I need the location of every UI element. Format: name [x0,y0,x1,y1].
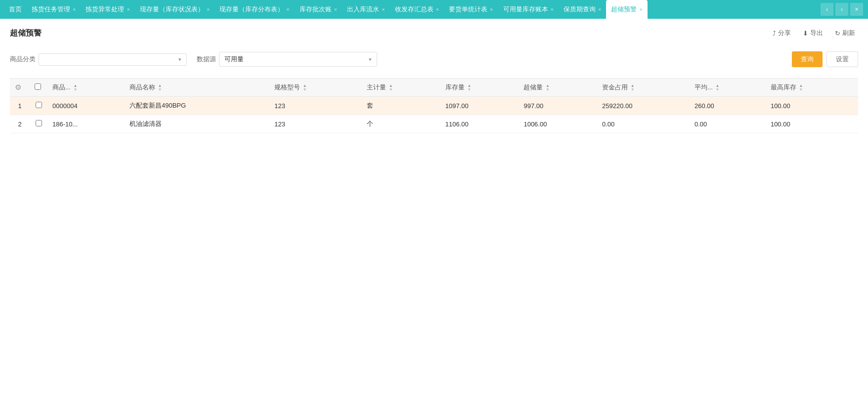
datasource-select[interactable]: 可用量 ▾ [219,52,377,67]
table-row: 1 0000004 六配套新昌490BPG 123 套 1097.00 997.… [10,97,858,115]
table-settings-icon[interactable]: ⚙ [15,83,21,91]
row-checkbox[interactable] [36,102,42,108]
sort-icon-avg: ▲ ▼ [716,84,720,92]
row-unit: 套 [362,97,440,115]
nav-tab-11[interactable]: 超储预警 × [606,0,647,19]
nav-tab-5-label: 库存批次账 [300,5,332,14]
nav-tab-2[interactable]: 拣货异常处理 × [81,0,134,19]
nav-tab-5-close[interactable]: × [334,6,337,12]
query-button[interactable]: 查询 [792,51,823,67]
col-capital-label: 资金占用 [602,83,628,91]
col-stock-label: 库存量 [445,83,465,91]
settings-button[interactable]: 设置 [826,51,858,67]
table-row: 2 186-10... 机油滤清器 123 个 1106.00 1006.00 … [10,115,858,133]
nav-tab-3[interactable]: 现存量（库存状况表） × [135,0,215,19]
refresh-icon: ↻ [835,30,840,37]
nav-tab-1[interactable]: 拣货任务管理 × [27,0,81,19]
share-button[interactable]: ⤴ 分享 [770,27,794,40]
row-overstock: 997.00 [519,97,597,115]
main-content: 超储预警 ⤴ 分享 ⬇ 导出 ↻ 刷新 商品分类 ▾ 数据源 [0,19,868,395]
row-checkbox-cell [30,97,47,115]
row-unit: 个 [362,115,440,133]
col-overstock-label: 超储量 [523,83,543,91]
row-name: 六配套新昌490BPG [125,97,269,115]
row-spec: 123 [269,97,362,115]
col-avg-header[interactable]: 平均... ▲ ▼ [690,79,766,97]
col-overstock-header[interactable]: 超储量 ▲ ▼ [519,79,597,97]
export-button[interactable]: ⬇ 导出 [800,27,826,40]
datasource-filter-group: 数据源 可用量 ▾ [197,52,377,67]
page-header: 超储预警 ⤴ 分享 ⬇ 导出 ↻ 刷新 [10,27,858,40]
col-unit-header[interactable]: 主计量 ▲ ▼ [362,79,440,97]
nav-tab-7-label: 收发存汇总表 [395,5,434,14]
col-name-label: 商品名称 [130,83,155,91]
row-avg: 0.00 [690,115,766,133]
nav-tab-7-close[interactable]: × [436,6,439,12]
col-gear: ⚙ [10,79,30,97]
nav-tab-3-close[interactable]: × [207,6,210,12]
nav-arrows: ‹ › × [820,3,864,16]
nav-tab-10[interactable]: 保质期查询 × [559,0,606,19]
row-code: 0000004 [47,97,125,115]
row-checkbox-cell [30,115,47,133]
nav-tab-9-label: 可用量库存账本 [503,5,548,14]
row-capital: 259220.00 [597,97,690,115]
filter-row: 商品分类 ▾ 数据源 可用量 ▾ 查询 设置 [10,47,858,71]
nav-tab-1-label: 拣货任务管理 [32,5,70,14]
export-icon: ⬇ [803,30,808,37]
sort-icon-maxstock: ▲ ▼ [799,84,803,92]
refresh-label: 刷新 [842,29,855,38]
col-spec-label: 规格型号 [274,83,300,91]
nav-home-label: 首页 [9,5,22,14]
nav-tab-4-close[interactable]: × [286,6,289,12]
row-checkbox[interactable] [36,120,42,126]
col-maxstock-header[interactable]: 最高库存 ▲ ▼ [766,79,858,97]
nav-tab-8-label: 要货单统计表 [449,5,487,14]
col-code-header[interactable]: 商品... ▲ ▼ [47,79,125,97]
nav-tab-4[interactable]: 现存量（库存分布表） × [215,0,294,19]
row-stock: 1106.00 [440,115,519,133]
select-all-checkbox[interactable] [35,83,41,90]
col-name-header[interactable]: 商品名称 ▲ ▼ [125,79,269,97]
nav-home[interactable]: 首页 [4,0,27,19]
nav-tab-8-close[interactable]: × [490,6,493,12]
nav-tab-5[interactable]: 库存批次账 × [295,0,342,19]
page-title: 超储预警 [10,28,42,39]
nav-tab-10-close[interactable]: × [598,6,601,12]
sort-icon-capital: ▲ ▼ [631,84,635,92]
nav-next-button[interactable]: › [835,3,848,16]
header-actions: ⤴ 分享 ⬇ 导出 ↻ 刷新 [770,27,858,40]
nav-tab-3-label: 现存量（库存状况表） [140,5,204,14]
nav-prev-button[interactable]: ‹ [821,3,833,16]
category-select[interactable]: ▾ [39,53,187,66]
chevron-down-icon-2: ▾ [369,56,372,63]
nav-tab-9[interactable]: 可用量库存账本 × [498,0,559,19]
col-maxstock-label: 最高库存 [771,83,796,91]
nav-tab-2-label: 拣货异常处理 [86,5,124,14]
col-stock-header[interactable]: 库存量 ▲ ▼ [440,79,519,97]
refresh-button[interactable]: ↻ 刷新 [832,27,858,40]
nav-tab-6[interactable]: 出入库流水 × [342,0,390,19]
nav-tab-4-label: 现存量（库存分布表） [219,5,284,14]
nav-close-all-button[interactable]: × [850,3,863,16]
nav-tab-1-close[interactable]: × [73,6,76,12]
nav-tab-8[interactable]: 要货单统计表 × [444,0,498,19]
category-filter-group: 商品分类 ▾ [10,53,187,66]
row-maxstock: 100.00 [766,97,858,115]
nav-tab-10-label: 保质期查询 [564,5,596,14]
row-name: 机油滤清器 [125,115,269,133]
nav-tab-6-close[interactable]: × [382,6,385,12]
table-header-row: ⚙ 商品... ▲ ▼ 商品名称 ▲ ▼ [10,79,858,97]
row-capital: 0.00 [597,115,690,133]
sort-icon-stock: ▲ ▼ [467,84,471,92]
sort-icon-spec: ▲ ▼ [303,84,307,92]
datasource-select-value: 可用量 [224,55,244,64]
col-capital-header[interactable]: 资金占用 ▲ ▼ [597,79,690,97]
category-label: 商品分类 [10,55,36,64]
nav-tab-11-close[interactable]: × [639,6,642,12]
row-overstock: 1006.00 [519,115,597,133]
nav-tab-2-close[interactable]: × [127,6,130,12]
nav-tab-9-close[interactable]: × [551,6,554,12]
col-spec-header[interactable]: 规格型号 ▲ ▼ [269,79,362,97]
nav-tab-7[interactable]: 收发存汇总表 × [390,0,444,19]
